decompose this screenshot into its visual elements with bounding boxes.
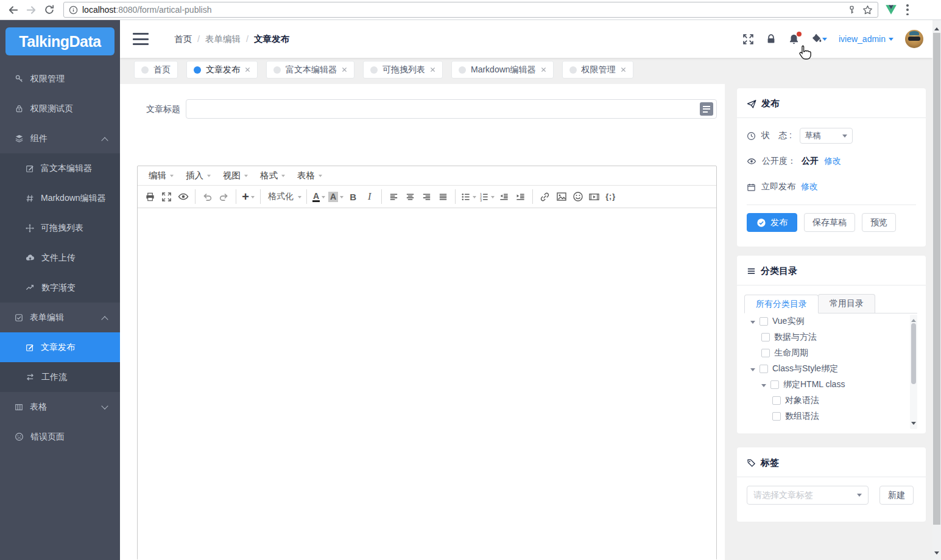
- tree-node-label[interactable]: Class与Style绑定: [772, 363, 838, 374]
- save-draft-button[interactable]: 保存草稿: [804, 213, 855, 232]
- print-button[interactable]: [142, 188, 158, 206]
- scroll-up-icon[interactable]: [934, 25, 939, 30]
- breadcrumb-home[interactable]: 首页: [174, 33, 192, 45]
- insert-image-button[interactable]: [553, 188, 569, 206]
- page-info-icon[interactable]: [69, 5, 78, 15]
- schedule-modify-link[interactable]: 修改: [801, 181, 818, 192]
- tree-node-class-style[interactable]: Class与Style绑定: [744, 361, 917, 377]
- caret-down-icon[interactable]: [750, 368, 755, 374]
- tab-draggable-list[interactable]: 可拖拽列表: [363, 61, 443, 79]
- browser-menu-icon[interactable]: [906, 4, 909, 15]
- insert-media-button[interactable]: [586, 188, 602, 206]
- align-right-button[interactable]: [418, 188, 435, 206]
- scrollbar-thumb[interactable]: [933, 33, 940, 525]
- tab-home[interactable]: 首页: [134, 61, 178, 79]
- tag-select[interactable]: 请选择文章标签: [747, 486, 869, 505]
- forecolor-button[interactable]: A: [311, 188, 327, 206]
- scroll-down-icon[interactable]: [911, 422, 916, 427]
- indent-button[interactable]: [512, 188, 529, 206]
- insert-link-button[interactable]: [537, 188, 553, 206]
- editor-menu-table[interactable]: 表格: [291, 166, 328, 185]
- tree-node-label[interactable]: 数据与方法: [774, 332, 817, 343]
- checkbox[interactable]: [761, 349, 770, 357]
- word-count-icon[interactable]: [700, 102, 713, 116]
- vue-devtools-icon[interactable]: [884, 4, 898, 16]
- tab-markdown-editor[interactable]: Markdown编辑器: [451, 61, 554, 79]
- sidebar-item-tables[interactable]: 表格: [0, 392, 120, 422]
- sidebar-item-article-publish[interactable]: 文章发布: [0, 332, 120, 362]
- tree-node-label[interactable]: 对象语法: [785, 395, 819, 406]
- undo-button[interactable]: [199, 188, 216, 206]
- article-title-input[interactable]: [186, 99, 717, 119]
- preview-button[interactable]: 预览: [862, 213, 896, 232]
- bookmark-star-icon[interactable]: [862, 5, 873, 15]
- sidebar-item-permission-admin[interactable]: 权限管理: [0, 64, 120, 94]
- tab-richtext-editor[interactable]: 富文本编辑器: [266, 61, 354, 79]
- sidebar-item-richtext-editor[interactable]: 富文本编辑器: [0, 153, 120, 183]
- bullet-list-button[interactable]: [459, 188, 478, 206]
- redo-button[interactable]: [216, 188, 232, 206]
- caret-down-icon[interactable]: [761, 384, 766, 390]
- sidebar-item-number-transition[interactable]: 数字渐变: [0, 273, 120, 303]
- numbered-list-button[interactable]: 123: [478, 188, 496, 206]
- sidebar-item-components[interactable]: 组件: [0, 124, 120, 153]
- tree-node-array-syntax[interactable]: 数组语法: [744, 408, 917, 424]
- sidebar-item-error-pages[interactable]: 错误页面: [0, 422, 120, 452]
- theme-switcher-button[interactable]: [811, 33, 827, 44]
- align-justify-button[interactable]: [435, 188, 451, 206]
- page-scrollbar[interactable]: [932, 20, 941, 560]
- align-left-button[interactable]: [386, 188, 402, 206]
- close-tab-icon[interactable]: [245, 67, 250, 72]
- sidebar-item-permission-test[interactable]: 权限测试页: [0, 94, 120, 124]
- browser-back-button[interactable]: [5, 2, 21, 18]
- collapse-menu-icon[interactable]: [133, 33, 149, 45]
- browser-forward-button[interactable]: [23, 2, 39, 18]
- user-menu[interactable]: iview_admin: [839, 34, 893, 44]
- new-tag-button[interactable]: 新建: [879, 486, 914, 505]
- address-bar[interactable]: localhost:8080/form/artical-publish: [63, 2, 878, 18]
- tab-permission-admin[interactable]: 权限管理: [562, 61, 633, 79]
- avatar[interactable]: [905, 30, 923, 48]
- app-logo[interactable]: TalkingData: [5, 27, 115, 55]
- scroll-down-icon[interactable]: [934, 551, 939, 557]
- tab-all-categories[interactable]: 所有分类目录: [744, 295, 819, 313]
- publish-button[interactable]: 发布: [747, 213, 797, 232]
- editor-menu-view[interactable]: 视图: [217, 166, 254, 185]
- sidebar-item-workflow[interactable]: 工作流: [0, 362, 120, 392]
- close-tab-icon[interactable]: [621, 67, 626, 72]
- tree-scrollbar[interactable]: [910, 315, 917, 429]
- align-center-button[interactable]: [402, 188, 418, 206]
- outdent-button[interactable]: [496, 188, 512, 206]
- format-select[interactable]: 格式化: [264, 188, 303, 206]
- tab-article-publish[interactable]: 文章发布: [186, 61, 258, 79]
- visibility-modify-link[interactable]: 修改: [824, 156, 841, 167]
- tree-node-label[interactable]: 生命周期: [774, 348, 808, 359]
- notifications-button[interactable]: [788, 33, 800, 45]
- close-tab-icon[interactable]: [342, 67, 347, 72]
- checkbox[interactable]: [770, 380, 779, 389]
- tab-common-categories[interactable]: 常用目录: [818, 294, 875, 313]
- checkbox[interactable]: [759, 365, 768, 373]
- insert-button[interactable]: +: [240, 188, 256, 206]
- sidebar-item-draggable-list[interactable]: 可拖拽列表: [0, 213, 120, 243]
- lock-screen-button[interactable]: [766, 33, 777, 44]
- bold-button[interactable]: B: [345, 188, 361, 206]
- browser-reload-button[interactable]: [41, 2, 57, 18]
- preview-button[interactable]: [175, 188, 191, 206]
- caret-down-icon[interactable]: [750, 321, 755, 326]
- close-tab-icon[interactable]: [541, 67, 546, 72]
- password-key-icon[interactable]: [847, 5, 856, 15]
- code-button[interactable]: {;}: [602, 188, 619, 206]
- fullscreen-button[interactable]: [742, 33, 754, 45]
- editor-content-area[interactable]: [138, 208, 716, 560]
- emoticon-button[interactable]: [569, 188, 586, 206]
- checkbox[interactable]: [759, 317, 768, 326]
- scrollbar-thumb[interactable]: [911, 323, 916, 384]
- italic-button[interactable]: I: [361, 188, 378, 206]
- tree-node-data-methods[interactable]: 数据与方法: [744, 329, 917, 345]
- sidebar-item-markdown-editor[interactable]: Markdown编辑器: [0, 183, 120, 213]
- sidebar-item-form-edit[interactable]: 表单编辑: [0, 303, 120, 332]
- tree-node-vue-instance[interactable]: Vue实例: [744, 313, 917, 329]
- tree-node-label[interactable]: Vue实例: [772, 316, 804, 327]
- editor-menu-format[interactable]: 格式: [254, 166, 291, 185]
